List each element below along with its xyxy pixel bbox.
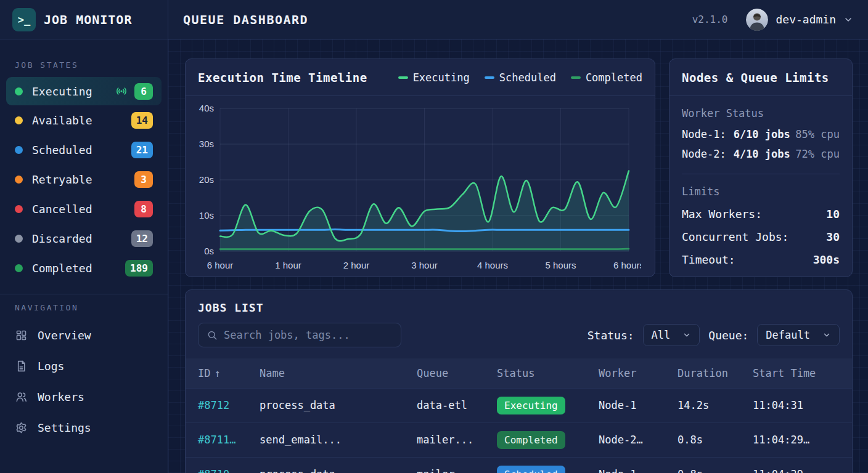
timeline-title: Execution Time Timeline <box>198 71 367 84</box>
status-select-chevron-icon <box>682 331 691 339</box>
sidebar-state-scheduled[interactable]: Scheduled21 <box>0 135 168 164</box>
state-dot <box>15 87 23 95</box>
legend-item-completed[interactable]: Completed <box>571 71 642 84</box>
top-bar: >_ JOB MONITOR QUEUE DASHBOARD v2.1.0 <box>0 0 868 39</box>
navigation-list: OverviewLogsWorkersSettings <box>0 320 168 443</box>
column-header-queue[interactable]: Queue <box>411 358 491 388</box>
nav-label: Logs <box>38 360 64 373</box>
job-status-cell: Scheduled <box>491 457 592 473</box>
job-duration: 14.2s <box>671 388 747 422</box>
sidebar-state-available[interactable]: Available14 <box>0 105 168 135</box>
nav-label: Settings <box>38 421 91 434</box>
legend-item-executing[interactable]: Executing <box>398 71 470 84</box>
logo-glyph: >_ <box>18 14 30 26</box>
job-row[interactable]: #8712process_datadata-etlExecutingNode-1… <box>186 388 852 422</box>
column-label: Name <box>260 367 285 379</box>
version-label: v2.1.0 <box>692 14 728 25</box>
state-label: Completed <box>32 262 125 275</box>
timeline-panel-header: Execution Time Timeline ExecutingSchedul… <box>186 59 655 96</box>
worker-status-label: Worker Status <box>682 107 840 119</box>
sidebar-state-completed[interactable]: Completed189 <box>0 253 168 283</box>
sidebar-nav-settings[interactable]: Settings <box>0 412 168 443</box>
user-menu[interactable]: dev-admin <box>746 9 853 31</box>
worker-status-list: Node-1:6/10 jobs85% cpuNode-2:4/10 jobs7… <box>669 124 852 164</box>
column-header-start-time[interactable]: Start Time <box>747 358 852 388</box>
sidebar: JOB STATES Executing6Available14Schedule… <box>0 39 168 473</box>
jobs-controls: Status: All Queue: Default <box>198 323 840 347</box>
limit-row: Max Workers:10 <box>669 203 852 225</box>
sidebar-state-cancelled[interactable]: Cancelled8 <box>0 194 168 224</box>
file-icon <box>15 360 28 373</box>
job-worker: Node-1 <box>592 457 671 473</box>
column-label: Duration <box>678 367 728 379</box>
state-count-badge: 21 <box>131 142 153 158</box>
sidebar-nav-logs[interactable]: Logs <box>0 350 168 381</box>
search-box[interactable] <box>198 323 401 347</box>
state-label: Executing <box>32 85 115 98</box>
limit-value: 30 <box>826 230 840 243</box>
legend-label: Scheduled <box>499 71 556 84</box>
top-row: Execution Time Timeline ExecutingSchedul… <box>185 59 853 277</box>
legend-dash <box>398 76 408 79</box>
limits-list: Max Workers:10Concurrent Jobs:30Timeout:… <box>669 203 852 271</box>
sidebar-state-executing[interactable]: Executing6 <box>6 77 162 105</box>
legend-dash <box>485 76 494 79</box>
job-states-list: Executing6Available14Scheduled21Retryabl… <box>0 77 168 283</box>
state-count-badge: 3 <box>134 171 153 188</box>
svg-text:3 hour: 3 hour <box>411 260 438 270</box>
brand: >_ JOB MONITOR <box>0 0 168 39</box>
state-dot <box>15 146 23 154</box>
job-id-link[interactable]: #8710 <box>186 457 253 473</box>
column-header-duration[interactable]: Duration <box>671 358 747 388</box>
column-header-worker[interactable]: Worker <box>592 358 671 388</box>
sidebar-state-retryable[interactable]: Retryable3 <box>0 164 168 194</box>
jobs-table-body: #8712process_datadata-etlExecutingNode-1… <box>186 388 852 473</box>
sort-arrow-icon: ↑ <box>214 367 220 379</box>
search-input[interactable] <box>224 329 393 341</box>
job-start-time: 11:04:29 <box>747 457 852 473</box>
column-header-id[interactable]: ID↑ <box>186 358 253 388</box>
status-filter-select[interactable]: All <box>643 324 700 346</box>
job-status-cell: Executing <box>491 388 592 422</box>
state-label: Discarded <box>32 232 131 245</box>
queue-filter-select[interactable]: Default <box>757 324 840 346</box>
limits-label: Limits <box>682 185 840 198</box>
job-id-link[interactable]: #8712 <box>186 388 253 422</box>
jobs-list-title: JOBS LIST <box>186 290 852 314</box>
column-header-name[interactable]: Name <box>253 358 411 388</box>
nav-label: Overview <box>38 329 91 342</box>
sidebar-nav-overview[interactable]: Overview <box>0 320 168 350</box>
state-label: Retryable <box>32 173 134 186</box>
column-header-status[interactable]: Status <box>491 358 592 388</box>
state-dot <box>15 235 23 243</box>
svg-text:40s: 40s <box>199 103 214 113</box>
legend-item-scheduled[interactable]: Scheduled <box>485 71 556 84</box>
limit-value: 300s <box>813 253 840 266</box>
node-name: Node-1: <box>682 128 726 140</box>
sidebar-nav-workers[interactable]: Workers <box>0 381 168 412</box>
job-duration: 0.8s <box>671 422 747 457</box>
node-jobs: 4/10 jobs <box>734 148 790 160</box>
app-title: JOB MONITOR <box>44 12 132 27</box>
main-content: Execution Time Timeline ExecutingSchedul… <box>168 39 868 473</box>
state-label: Scheduled <box>32 144 131 156</box>
sidebar-state-discarded[interactable]: Discarded12 <box>0 224 168 253</box>
state-count-badge: 12 <box>131 230 153 247</box>
job-duration: 0.8s <box>671 457 747 473</box>
users-icon <box>15 390 28 403</box>
column-label: Status <box>497 367 534 379</box>
state-count-badge: 189 <box>125 260 153 277</box>
job-queue: mailer <box>411 457 491 473</box>
gear-icon <box>15 421 28 434</box>
svg-text:6 hours: 6 hours <box>613 260 641 270</box>
job-status-cell: Completed <box>491 422 592 457</box>
grid-icon <box>15 329 28 342</box>
job-row[interactable]: #8710process_datamailerScheduledNode-10.… <box>186 457 852 473</box>
job-queue: mailer... <box>411 422 491 457</box>
job-worker: Node-2… <box>592 422 671 457</box>
job-row[interactable]: #8711…send_email...mailer...CompletedNod… <box>186 422 852 457</box>
svg-text:4 hours: 4 hours <box>477 260 508 270</box>
worker-node-row: Node-2:4/10 jobs72% cpu <box>669 144 852 164</box>
terminal-logo-icon: >_ <box>12 8 36 31</box>
job-id-link[interactable]: #8711… <box>186 422 253 457</box>
